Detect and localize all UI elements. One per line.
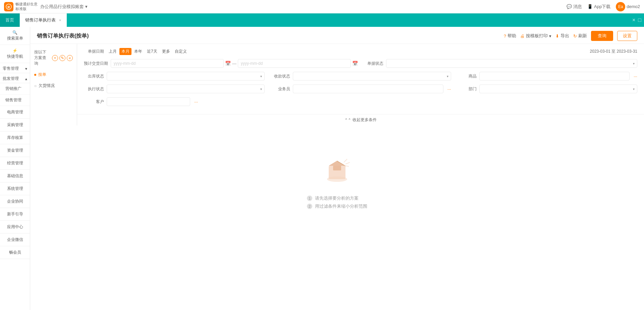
page-title: 销售订单执行表(按单)	[37, 33, 89, 40]
page-container: 销售订单执行表(按单) ? 帮助 🖨 按模板打印 ▾ ⬇ 导出	[30, 27, 644, 310]
calendar-end-icon[interactable]: 📅	[352, 61, 358, 66]
filter-row-1: 单据日期 上月 本月 本年 近7天 更多 自定义	[84, 48, 637, 55]
filter-row-4: 执行状态 ▾ 业务员	[84, 85, 637, 93]
date-tab-recent7[interactable]: 近7天	[145, 48, 159, 55]
bill-status-select[interactable]	[386, 59, 637, 68]
export-button[interactable]: ⬇ 导出	[555, 33, 569, 39]
goods-more-icon[interactable]: ···	[634, 74, 637, 79]
calendar-start-icon[interactable]: 📅	[225, 61, 231, 66]
collapse-scheme-button[interactable]: «	[67, 55, 73, 61]
sidebar-item-enterprise[interactable]: 企业协同	[0, 195, 30, 208]
tab-home[interactable]: 首页	[0, 13, 20, 27]
bill-status-label: 单据状态	[363, 61, 383, 66]
edit-scheme-button[interactable]: ✎	[59, 55, 65, 61]
empty-state: 1 请先选择要分析的方案 2 用过滤条件来缩小分析范围	[30, 125, 644, 238]
sidebar-item-system[interactable]: 系统管理	[0, 183, 30, 195]
inventory-label: 库存核算	[7, 135, 23, 141]
sidebar-item-purchase[interactable]: 采购管理	[0, 119, 30, 132]
help-button[interactable]: ? 帮助	[504, 33, 516, 39]
collapse-bar[interactable]: ⌃⌃ 收起更多条件	[77, 114, 644, 125]
date-tab-thismonth[interactable]: 本月	[119, 48, 131, 55]
filter-row-5: 客户 ···	[84, 97, 637, 106]
tab-maximize-btn[interactable]: □	[638, 17, 641, 23]
sidebar-item-basic[interactable]: 基础信息	[0, 170, 30, 183]
date-range-expected: 📅 — 📅	[111, 59, 358, 68]
salesperson-input[interactable]	[293, 85, 443, 93]
sidebar-item-finance[interactable]: 资金管理	[0, 144, 30, 157]
sidebar: 🔍 搜索菜单 ⚡ 快捷导航 零售管理 ▾ 批发管理 ▴ 营销推广 销售管理 电商…	[0, 27, 30, 310]
customer-label: 客户	[84, 99, 104, 105]
query-button[interactable]: 查询	[591, 31, 613, 41]
date-tab-thisyear[interactable]: 本年	[132, 48, 144, 55]
date-tab-more[interactable]: 更多	[160, 48, 172, 55]
breadcrumb-selector[interactable]: 办公用品行业模拟账套 ▾	[40, 4, 88, 10]
app-download-action[interactable]: 📱 App下载	[587, 4, 610, 10]
ship-status-select[interactable]	[107, 72, 265, 81]
filter-collection-status: 收款状态 ▾	[270, 72, 451, 81]
add-scheme-button[interactable]: +	[52, 55, 58, 61]
filter-panel: 按以下方案查询 + ✎ «	[30, 44, 644, 125]
finance-label: 资金管理	[7, 148, 23, 153]
filter-exec-status: 执行状态 ▾	[84, 85, 265, 93]
sidebar-item-search[interactable]: 🔍 搜索菜单	[0, 27, 30, 45]
empty-step-2: 2 用过滤条件来缩小分析范围	[307, 203, 367, 209]
expected-end-input[interactable]	[238, 59, 351, 68]
filter-form: 单据日期 上月 本月 本年 近7天 更多 自定义	[77, 44, 644, 114]
message-action[interactable]: 💬 消息	[567, 4, 582, 10]
scheme-item-backorder[interactable]: ○ 欠货情况	[30, 80, 77, 91]
date-tab-prev[interactable]: 上月	[107, 48, 119, 55]
filter-sidebar-header: 按以下方案查询 + ✎ «	[30, 48, 77, 69]
backorder-icon: ○	[34, 84, 37, 88]
sidebar-item-ecommerce[interactable]: 电商管理	[0, 106, 30, 119]
sidebar-item-operations[interactable]: 经营管理	[0, 157, 30, 170]
empty-steps: 1 请先选择要分析的方案 2 用过滤条件来缩小分析范围	[307, 195, 367, 211]
sidebar-item-newguide[interactable]: 新手引导	[0, 208, 30, 221]
tab-active[interactable]: 销售订单执行表 ×	[20, 13, 67, 27]
filter-customer: 客户 ···	[84, 97, 198, 106]
collection-status-select[interactable]	[293, 72, 451, 81]
wholesale-label: 批发管理	[3, 76, 19, 82]
goods-input[interactable]	[479, 72, 630, 81]
collection-status-label: 收款状态	[270, 73, 290, 79]
sidebar-item-inventory[interactable]: 库存核算	[0, 132, 30, 144]
wechat-label: 企业微信	[7, 237, 23, 243]
sidebar-item-appcenter[interactable]: 应用中心	[0, 221, 30, 234]
user-action[interactable]: Ea demo2	[616, 2, 640, 11]
svg-text:财: 财	[7, 6, 10, 9]
retail-label: 零售管理	[3, 66, 19, 71]
collapse-up-icon: ⌃⌃	[344, 118, 351, 122]
exec-status-select[interactable]	[107, 85, 265, 93]
expected-date-label: 预计交货日期	[84, 61, 108, 66]
sidebar-item-wholesale[interactable]: 批发管理 ▴	[0, 73, 30, 83]
tab-close-icon[interactable]: ×	[59, 18, 61, 22]
sidebar-item-member[interactable]: 畅会员	[0, 246, 30, 259]
sidebar-item-retail[interactable]: 零售管理 ▾	[0, 63, 30, 73]
quicknav-icon: ⚡	[12, 48, 17, 53]
print-button[interactable]: 🖨 按模板打印 ▾	[520, 33, 551, 39]
date-tab-custom[interactable]: 自定义	[173, 48, 189, 55]
customer-input[interactable]	[107, 97, 190, 106]
customer-more-icon[interactable]: ···	[194, 99, 198, 104]
filter-expected-date: 预计交货日期 📅 — 📅	[84, 59, 358, 68]
refresh-button[interactable]: ↻ 刷新	[573, 33, 587, 39]
active-tab-label: 销售订单执行表	[25, 17, 56, 23]
member-label: 畅会员	[9, 250, 21, 255]
setup-button[interactable]: 设置	[617, 31, 637, 41]
print-dropdown-icon: ▾	[549, 34, 551, 39]
marketing-label: 营销推广	[5, 86, 21, 91]
tab-bar: 首页 销售订单执行表 × × □	[0, 13, 644, 27]
salesperson-more-icon[interactable]: ···	[447, 87, 451, 92]
sidebar-sub-sales[interactable]: 销售管理	[0, 95, 30, 106]
scheme-item2-label: 欠货情况	[39, 83, 55, 89]
expected-start-input[interactable]	[111, 59, 224, 68]
appcenter-label: 应用中心	[7, 224, 23, 230]
retail-arrow: ▾	[25, 66, 27, 71]
department-select[interactable]	[479, 85, 637, 93]
sidebar-sub-marketing[interactable]: 营销推广	[0, 83, 30, 95]
tab-close-btn[interactable]: ×	[632, 17, 635, 23]
scheme-item-order[interactable]: 按单	[30, 69, 77, 80]
sidebar-item-quicknav[interactable]: ⚡ 快捷导航	[0, 45, 30, 63]
step-num-1: 1	[307, 196, 312, 201]
filter-salesperson: 业务员 ···	[270, 85, 451, 93]
sidebar-item-wechat[interactable]: 企业微信	[0, 234, 30, 246]
